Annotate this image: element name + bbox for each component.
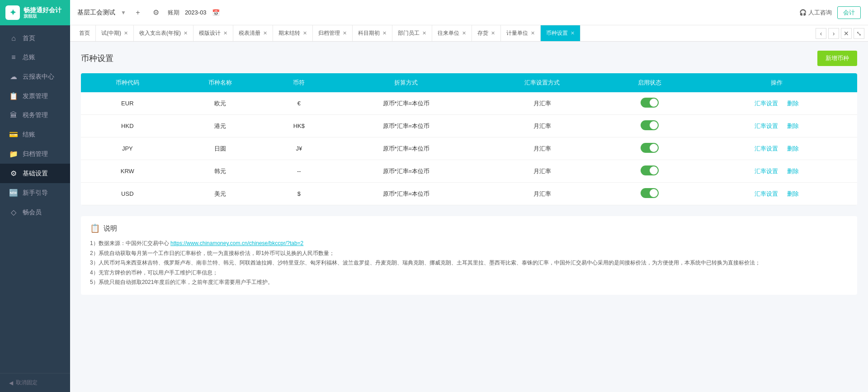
- tab-subject-init[interactable]: 科目期初 ✕: [353, 25, 392, 42]
- sidebar-item-checkout[interactable]: 💳 结账: [0, 125, 70, 144]
- tab-close-unit[interactable]: ✕: [531, 30, 535, 36]
- tab-home[interactable]: 首页: [74, 25, 96, 42]
- tab-currency[interactable]: 币种设置 ✕: [541, 25, 580, 42]
- tab-unit[interactable]: 计量单位 ✕: [501, 25, 541, 42]
- tab-close-subject-init[interactable]: ✕: [382, 30, 387, 36]
- tab-prev-button[interactable]: ‹: [816, 28, 826, 39]
- cell-name-0: 欧元: [174, 92, 267, 115]
- sidebar-item-ledger[interactable]: ≡ 总账: [0, 48, 70, 67]
- cell-rate-type-2: 月汇率: [481, 137, 603, 160]
- tab-template[interactable]: 模版设计 ✕: [193, 25, 233, 42]
- workspace-dropdown-icon[interactable]: ▼: [121, 9, 126, 16]
- new-currency-button[interactable]: 新增币种: [817, 51, 857, 66]
- tab-close-dept[interactable]: ✕: [422, 30, 426, 36]
- sidebar-pin-toggle[interactable]: ◀ 取消固定: [0, 373, 70, 392]
- tab-archive[interactable]: 归档管理 ✕: [313, 25, 353, 42]
- tab-inventory[interactable]: 存货 ✕: [472, 25, 501, 42]
- delete-link-4[interactable]: 删除: [787, 190, 799, 197]
- page-title: 币种设置: [81, 53, 113, 64]
- headset-icon: 🎧: [799, 9, 807, 16]
- table-row: USD 美元 $ 原币*汇率=本位币 月汇率 汇率设置 删除: [81, 183, 857, 205]
- toggle-0[interactable]: [641, 98, 659, 108]
- toggle-track-2: [641, 143, 659, 153]
- toggle-thumb-3: [650, 166, 658, 175]
- tab-close-all-button[interactable]: ✕: [841, 28, 852, 39]
- tab-income[interactable]: 收入支出表(年报) ✕: [134, 25, 193, 42]
- tab-close-tax[interactable]: ✕: [263, 30, 267, 36]
- currency-table: 币种代码 币种名称 币符 折算方式 汇率设置方式 启用状态 操作 EUR 欧元 …: [81, 73, 857, 205]
- workspace-name: 基层工会测试: [77, 9, 115, 17]
- tab-dept[interactable]: 部门员工 ✕: [392, 25, 432, 42]
- sidebar-item-settings[interactable]: ⚙ 基础设置: [0, 164, 70, 183]
- toggle-1[interactable]: [641, 120, 659, 130]
- top-header: 基层工会测试 ▼ + ⚙ 账期 2023-03 📅 🎧 人工咨询 会计: [70, 0, 868, 25]
- sidebar-item-home[interactable]: ⌂ 首页: [0, 29, 70, 48]
- col-rate-type: 汇率设置方式: [481, 73, 603, 92]
- cell-symbol-2: J¥: [267, 137, 331, 160]
- tab-balance[interactable]: 试(中期) ✕: [96, 25, 134, 42]
- settings-button[interactable]: ⚙: [150, 6, 162, 19]
- content-area: 币种设置 新增币种 币种代码 币种名称 币符 折算方式 汇率设置方式 启用状态 …: [70, 42, 868, 392]
- rate-setting-link-0[interactable]: 汇率设置: [755, 100, 778, 107]
- sidebar-item-invoice[interactable]: 📋 发票管理: [0, 86, 70, 106]
- delete-link-0[interactable]: 删除: [787, 100, 799, 107]
- cell-rate-type-1: 月汇率: [481, 115, 603, 137]
- tab-expand-button[interactable]: ⤡: [854, 28, 864, 39]
- notes-item: 2）系统自动获取每月第一个工作日的汇率标价，统一为直接标价法，即1外币可以兑换的…: [90, 249, 848, 259]
- account-button[interactable]: 会计: [837, 6, 861, 19]
- rate-setting-link-2[interactable]: 汇率设置: [755, 145, 778, 152]
- tab-close-period-end[interactable]: ✕: [303, 30, 307, 36]
- cell-name-3: 韩元: [174, 160, 267, 183]
- sidebar-item-archive[interactable]: 📁 归档管理: [0, 144, 70, 164]
- notes-icon: 📋: [90, 223, 100, 233]
- tab-close-template[interactable]: ✕: [223, 30, 227, 36]
- calendar-icon[interactable]: 📅: [212, 9, 220, 16]
- archive-icon: 📁: [9, 150, 18, 158]
- table-row: EUR 欧元 € 原币*汇率=本位币 月汇率 汇率设置 删除: [81, 92, 857, 115]
- tab-close-balance[interactable]: ✕: [124, 30, 128, 36]
- sidebar-item-member[interactable]: ◇ 畅会员: [0, 203, 70, 222]
- sidebar-item-guide[interactable]: 🆕 新手引导: [0, 183, 70, 203]
- cell-symbol-1: HK$: [267, 115, 331, 137]
- cell-code-1: HKD: [81, 115, 174, 137]
- tab-close-currency[interactable]: ✕: [571, 30, 575, 36]
- sidebar: ✦ 畅捷通好会计 旗舰版 ⌂ 首页 ≡ 总账 ☁ 云报表中心 📋 发票管理 🏛 …: [0, 0, 70, 392]
- sidebar-item-reports[interactable]: ☁ 云报表中心: [0, 67, 70, 86]
- add-workspace-button[interactable]: +: [132, 6, 144, 19]
- rate-setting-link-1[interactable]: 汇率设置: [755, 123, 778, 129]
- cell-status-0: [603, 92, 696, 115]
- cell-rate-type-0: 月汇率: [481, 92, 603, 115]
- toggle-4[interactable]: [641, 188, 659, 198]
- notes-item: 3）人民币对马来西亚林吉特、俄罗斯卢布、南非兰特、韩元、阿联酋迪拉姆、沙特里亚尔…: [90, 258, 848, 268]
- table-row: HKD 港元 HK$ 原币*汇率=本位币 月汇率 汇率设置 删除: [81, 115, 857, 137]
- notes-item: 5）系统只能自动抓取2021年度后的汇率，之前年度汇率需要用户手工维护。: [90, 278, 848, 288]
- tab-next-button[interactable]: ›: [828, 28, 839, 39]
- toggle-track-1: [641, 120, 659, 130]
- page-title-row: 币种设置 新增币种: [81, 51, 857, 66]
- tab-customers[interactable]: 往来单位 ✕: [432, 25, 472, 42]
- period-label: 账期: [168, 9, 179, 17]
- toggle-track-4: [641, 188, 659, 198]
- tab-period-end[interactable]: 期末结转 ✕: [273, 25, 313, 42]
- tab-close-archive[interactable]: ✕: [343, 30, 347, 36]
- rate-setting-link-3[interactable]: 汇率设置: [755, 168, 778, 175]
- table-row: JPY 日圆 J¥ 原币*汇率=本位币 月汇率 汇率设置 删除: [81, 137, 857, 160]
- consult-button[interactable]: 🎧 人工咨询: [799, 9, 832, 17]
- delete-link-3[interactable]: 删除: [787, 168, 799, 175]
- tab-tax[interactable]: 税表清册 ✕: [233, 25, 273, 42]
- delete-link-2[interactable]: 删除: [787, 145, 799, 152]
- sidebar-item-tax[interactable]: 🏛 税务管理: [0, 106, 70, 125]
- notes-link[interactable]: https://www.chinamoney.com.cn/chinese/bk…: [170, 240, 303, 246]
- toggle-track-0: [641, 98, 659, 108]
- col-symbol: 币符: [267, 73, 331, 92]
- toggle-2[interactable]: [641, 143, 659, 153]
- toggle-3[interactable]: [641, 165, 659, 175]
- cell-actions-4: 汇率设置 删除: [696, 183, 857, 205]
- tab-close-customers[interactable]: ✕: [462, 30, 466, 36]
- delete-link-1[interactable]: 删除: [787, 123, 799, 129]
- rate-setting-link-4[interactable]: 汇率设置: [755, 190, 778, 197]
- cell-rate-type-3: 月汇率: [481, 160, 603, 183]
- tab-close-inventory[interactable]: ✕: [491, 30, 495, 36]
- cloud-icon: ☁: [9, 72, 18, 81]
- tab-close-income[interactable]: ✕: [184, 30, 188, 36]
